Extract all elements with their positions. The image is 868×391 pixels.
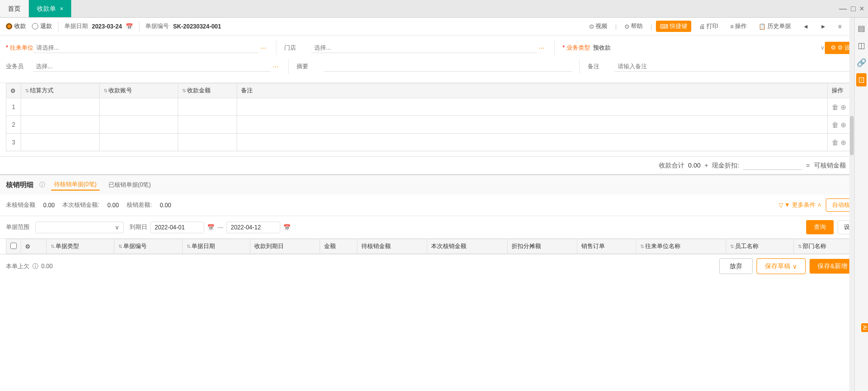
remark-cell-3[interactable] (237, 134, 828, 151)
video-btn[interactable]: ⊙ 视频 (585, 21, 611, 32)
copy-row-3-icon[interactable]: ⊕ (841, 139, 846, 146)
amount-cell-2[interactable] (178, 116, 237, 134)
help-btn[interactable]: ⊙ 帮助 (621, 21, 647, 32)
right-sidebar: ▤ ◫ 🔗 ⊡ Ai (854, 18, 868, 391)
video-icon: ⊙ (589, 23, 594, 30)
gear-col-header-bottom[interactable]: ⚙ (21, 239, 47, 254)
window-close-icon[interactable]: × (860, 4, 864, 13)
nav-next-icon: ► (820, 23, 826, 30)
sidebar-link-icon[interactable]: 🔗 (855, 56, 868, 69)
account-cell-1[interactable] (100, 98, 178, 116)
unchecked-label: 未核销金额 (6, 201, 35, 209)
table-row: 2 🗑 ⊕ (6, 116, 862, 134)
settlement-cell-1[interactable] (21, 98, 100, 116)
store-more-btn[interactable]: ··· (537, 44, 546, 52)
writeoff-info-icon[interactable]: ⓘ (39, 181, 45, 189)
summary-input[interactable] (324, 61, 571, 72)
window-maximize-icon[interactable]: □ (851, 4, 856, 13)
operation-btn[interactable]: ≡ 操作 (726, 21, 751, 32)
more-conditions-btn[interactable]: ▽ ▼ 更多条件 ∧ (779, 201, 822, 209)
pending-tab[interactable]: 待核销单据(0笔) (51, 179, 100, 191)
remark-label: 备注 (588, 62, 615, 71)
salesperson-input[interactable] (33, 61, 271, 72)
print-btn[interactable]: 🖨 打印 (695, 21, 722, 32)
account-cell-2[interactable] (100, 116, 178, 134)
ai-label[interactable]: Ai (861, 323, 868, 332)
tab-bar-right: — □ × (839, 4, 868, 13)
discard-btn[interactable]: 放弃 (719, 258, 753, 274)
operation-icon: ≡ (730, 23, 733, 30)
tab-close-icon[interactable]: × (60, 5, 63, 12)
account-cell-3[interactable] (100, 134, 178, 151)
copy-row-2-icon[interactable]: ⊕ (841, 121, 846, 129)
select-all-checkbox[interactable] (10, 243, 17, 249)
amount-cell-3[interactable] (178, 134, 237, 151)
sep1 (276, 40, 276, 55)
current-value: 0.00 (108, 202, 119, 209)
business-type-dropdown[interactable]: ∨ (820, 44, 825, 51)
tab-receipt-active[interactable]: 收款单 × (29, 0, 71, 17)
due-date-start-input[interactable] (150, 222, 204, 233)
window-minimize-icon[interactable]: — (839, 4, 847, 13)
sidebar-document-icon[interactable]: ◫ (856, 39, 867, 52)
query-btn[interactable]: 查询 (806, 220, 834, 234)
form-row-1: 往来单位 ··· 门店 ··· 业务类型 预收款 ∨ ⚙ ⚙ 设置 (6, 40, 862, 55)
counterparty-label: 往来单位 (6, 44, 33, 52)
shortcut-btn[interactable]: ⌨ 快捷键 (656, 21, 691, 32)
checkbox-col-header[interactable] (6, 239, 21, 254)
range-select[interactable]: ∨ (35, 222, 124, 233)
current-col-header: 本次核销金额 (427, 239, 507, 254)
amount-cell-1[interactable] (178, 98, 237, 116)
counterparty-field: 往来单位 ··· (6, 43, 268, 53)
settlement-cell-3[interactable] (21, 134, 100, 151)
due-date-end-input[interactable] (226, 222, 280, 233)
gear-col-header[interactable]: ⚙ (6, 84, 21, 98)
settlement-cell-2[interactable] (21, 116, 100, 134)
business-type-value: 预收款 (590, 42, 820, 54)
scrollbar-area[interactable] (849, 18, 854, 391)
discount-input[interactable] (743, 161, 802, 170)
delete-row-2-icon[interactable]: 🗑 (832, 121, 839, 129)
done-tab[interactable]: 已核销单据(0笔) (106, 180, 154, 190)
save-draft-btn[interactable]: 保存草稿 ∨ (757, 258, 806, 274)
nav-next-btn[interactable]: ► (816, 22, 830, 31)
prev-info-icon[interactable]: ⓘ (32, 262, 38, 271)
gear-icon: ⚙ (831, 44, 836, 51)
counterparty-col-header: ⇅ 往来单位名称 (636, 239, 726, 254)
refund-radio[interactable]: 退款 (32, 22, 52, 30)
history-btn[interactable]: 📋 历史单据 (755, 21, 795, 32)
row-num-1: 1 (6, 98, 21, 116)
salesperson-more-btn[interactable]: ··· (271, 62, 281, 70)
remark-input[interactable] (615, 61, 862, 72)
receipt-table: ⚙ ⇅ 结算方式 ⇅ 收款账号 ⇅ 收款金额 备注 操作 (6, 83, 862, 151)
net-label: 可核销金额 (814, 161, 846, 170)
bottom-table-gear-icon[interactable]: ⚙ (25, 243, 30, 250)
calendar-icon[interactable]: 📅 (126, 23, 133, 30)
view-list-btn[interactable]: ≡ (834, 22, 845, 31)
due-date-col-header: 收款到期日 (250, 239, 320, 254)
number-value: SK-20230324-001 (173, 23, 221, 30)
diff-value: 0.00 (160, 202, 171, 209)
remark-cell-1[interactable] (237, 98, 828, 116)
sidebar-table-icon[interactable]: ▤ (856, 22, 867, 35)
delete-row-1-icon[interactable]: 🗑 (832, 103, 839, 111)
sales-order-col-header: 销售订单 (577, 239, 636, 254)
table-gear-icon[interactable]: ⚙ (10, 87, 16, 94)
cal-start-icon[interactable]: 📅 (207, 224, 215, 231)
store-input[interactable] (311, 43, 537, 53)
type-col-header: ⇅ 单据类型 (46, 239, 114, 254)
tab-home[interactable]: 首页 (0, 0, 29, 17)
cal-end-icon[interactable]: 📅 (283, 224, 291, 231)
range-label: 单据范围 (6, 223, 29, 231)
counterparty-more-btn[interactable]: ··· (258, 44, 268, 52)
counterparty-input[interactable] (33, 43, 258, 53)
scrollbar-thumb[interactable] (850, 116, 854, 155)
nav-prev-btn[interactable]: ◄ (799, 22, 813, 31)
writeoff-title: 核销明细 (6, 181, 33, 190)
copy-row-1-icon[interactable]: ⊕ (841, 103, 846, 111)
form-section: 往来单位 ··· 门店 ··· 业务类型 预收款 ∨ ⚙ ⚙ 设置 (0, 35, 868, 83)
sidebar-active-icon[interactable]: ⊡ (856, 73, 867, 86)
delete-row-3-icon[interactable]: 🗑 (832, 139, 839, 146)
remark-cell-2[interactable] (237, 116, 828, 134)
receipt-radio[interactable]: 收款 (6, 22, 26, 30)
